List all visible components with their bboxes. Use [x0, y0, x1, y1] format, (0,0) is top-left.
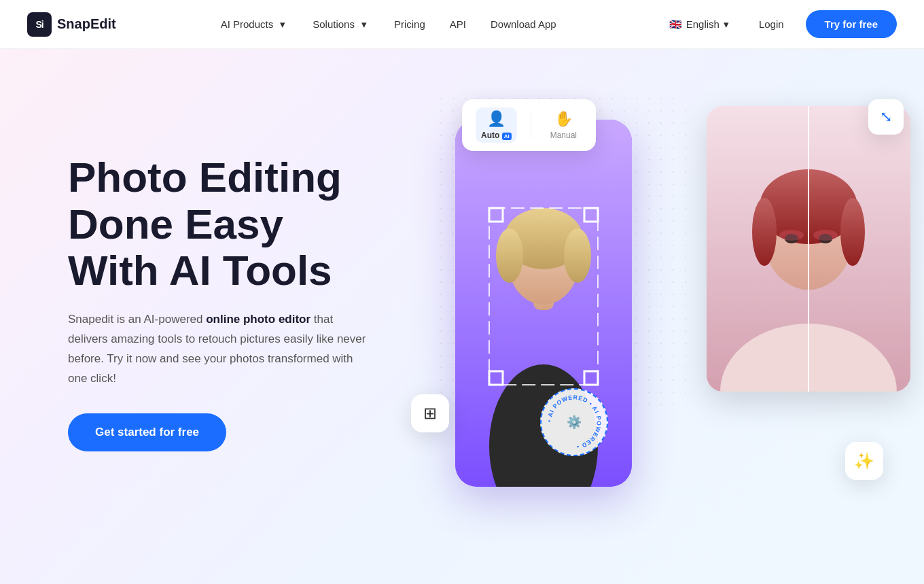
layout-card[interactable]: ⊞: [411, 394, 449, 432]
expand-card[interactable]: ⤡: [868, 99, 904, 135]
manual-option[interactable]: ✋ Manual: [545, 107, 582, 143]
logo-icon: Si: [27, 12, 52, 37]
manual-icon: ✋: [554, 110, 573, 128]
flag-icon: 🇬🇧: [669, 18, 682, 31]
magic-wand-card[interactable]: ✨: [845, 442, 883, 480]
logo-name: SnapEdit: [57, 16, 116, 32]
language-selector[interactable]: 🇬🇧 English ▾: [661, 13, 737, 36]
hero-title: Photo Editing Done Easy With AI Tools: [68, 154, 421, 294]
svg-text:• AI POWERED • AI POWERED •: • AI POWERED • AI POWERED •: [546, 394, 602, 450]
magic-wand-icon: ✨: [854, 451, 874, 470]
svg-point-17: [840, 198, 865, 266]
hero-description: Snapedit is an AI-powered online photo e…: [68, 310, 367, 389]
right-portrait-svg: [707, 106, 910, 392]
circular-text-svg: • AI POWERED • AI POWERED •: [541, 390, 607, 455]
svg-point-21: [779, 230, 804, 241]
hero-illustration: 👤 Auto AI ✋ Manual ⤡ ⊞ ✨: [421, 86, 897, 521]
auto-option[interactable]: 👤 Auto AI: [476, 107, 517, 143]
chevron-down-icon: ▾: [277, 19, 288, 30]
nav-right: 🇬🇧 English ▾ Login Try for free: [661, 10, 897, 38]
right-portrait: [707, 106, 910, 392]
layout-icon: ⊞: [423, 404, 437, 423]
nav-item-download[interactable]: Download App: [481, 13, 566, 35]
nav-item-products[interactable]: AI Products ▾: [211, 13, 298, 35]
nav-item-pricing[interactable]: Pricing: [385, 13, 435, 35]
svg-point-18: [752, 198, 777, 266]
svg-point-22: [813, 230, 838, 241]
hero-section: Photo Editing Done Easy With AI Tools Sn…: [0, 49, 924, 584]
card-divider: [531, 111, 531, 139]
get-started-button[interactable]: Get started for free: [68, 413, 226, 451]
auto-icon: 👤: [487, 110, 505, 128]
ai-powered-badge: • AI POWERED • AI POWERED • ⚙️: [540, 388, 608, 456]
ai-badge-small: AI: [502, 133, 512, 140]
svg-point-6: [564, 228, 591, 283]
expand-icon: ⤡: [880, 108, 892, 126]
ai-powered-circle: • AI POWERED • AI POWERED • ⚙️: [540, 388, 608, 456]
auto-manual-card[interactable]: 👤 Auto AI ✋ Manual: [462, 99, 596, 151]
nav-item-api[interactable]: API: [440, 13, 476, 35]
svg-point-5: [496, 228, 523, 283]
logo-link[interactable]: Si SnapEdit: [27, 12, 116, 37]
hero-content: Photo Editing Done Easy With AI Tools Sn…: [68, 154, 421, 451]
try-for-free-button[interactable]: Try for free: [806, 10, 897, 38]
chevron-down-icon: ▾: [724, 18, 729, 31]
nav-links: AI Products ▾ Solutions ▾ Pricing API Do…: [211, 13, 566, 35]
chevron-down-icon: ▾: [359, 19, 370, 30]
login-button[interactable]: Login: [748, 13, 795, 35]
navigation: Si SnapEdit AI Products ▾ Solutions ▾ Pr…: [0, 0, 924, 49]
nav-item-solutions[interactable]: Solutions ▾: [303, 13, 379, 35]
